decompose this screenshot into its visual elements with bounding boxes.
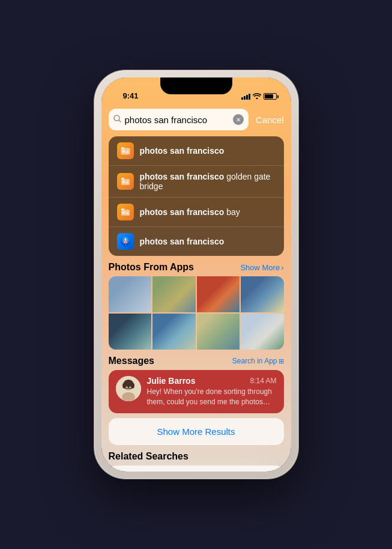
- message-sender: Julie Barros: [147, 376, 196, 386]
- message-body: Hey! When you're done sorting through th…: [147, 387, 277, 407]
- signal-icon: [241, 94, 250, 100]
- phone-inner: 9:41: [101, 77, 291, 472]
- messages-section: Messages Search in App ⊞: [101, 356, 291, 413]
- svg-rect-7: [121, 178, 124, 180]
- message-card[interactable]: Julie Barros 8:14 AM Hey! When you're do…: [109, 370, 284, 413]
- svg-rect-4: [121, 147, 124, 149]
- photos-section-header: Photos From Apps Show More ›: [109, 262, 284, 273]
- suggestion-item-1[interactable]: photos san francisco: [109, 136, 284, 166]
- photo-cell-5[interactable]: [109, 314, 152, 350]
- status-time: 9:41: [113, 91, 139, 100]
- suggestion-text-4: photos san francisco: [140, 237, 276, 246]
- suggestion-item-3[interactable]: photos san francisco bay: [109, 198, 284, 227]
- suggestion-text-1: photos san francisco: [140, 146, 276, 156]
- suggestions-list: photos san francisco: [109, 136, 284, 256]
- svg-point-22: [131, 383, 134, 389]
- message-header: Julie Barros 8:14 AM: [147, 376, 277, 386]
- cancel-button[interactable]: Cancel: [252, 115, 284, 125]
- battery-icon: [264, 93, 277, 100]
- svg-point-21: [122, 383, 126, 389]
- photos-from-apps-section: Photos From Apps Show More ›: [101, 262, 291, 350]
- svg-point-5: [122, 150, 125, 153]
- messages-section-title: Messages: [109, 356, 155, 366]
- photo-grid: [109, 276, 284, 350]
- related-searches-section: Related Searches ph: [101, 451, 291, 472]
- search-icon: [113, 115, 121, 124]
- photo-cell-7[interactable]: [197, 314, 240, 350]
- photo-cell-2[interactable]: [152, 276, 196, 312]
- photos-section-title: Photos From Apps: [109, 262, 194, 273]
- suggestion-text-3: photos san francisco bay: [140, 207, 276, 217]
- message-content: Julie Barros 8:14 AM Hey! When you're do…: [147, 376, 277, 407]
- related-searches-title: Related Searches: [109, 451, 284, 462]
- screen: 9:41: [101, 77, 291, 472]
- suggestion-item-4[interactable]: photos san francisco: [109, 227, 284, 256]
- show-more-results-button[interactable]: Show More Results: [109, 418, 284, 445]
- svg-point-8: [122, 181, 125, 184]
- related-search-item-1[interactable]: photos san francisco: [109, 466, 284, 472]
- photo-cell-4[interactable]: [241, 276, 284, 312]
- svg-rect-10: [121, 208, 124, 210]
- svg-line-1: [119, 120, 121, 122]
- search-clear-button[interactable]: ✕: [233, 114, 244, 125]
- content-area: photos san francisco ✕ Cancel: [101, 104, 291, 472]
- phone-frame: 9:41: [94, 70, 298, 479]
- search-in-app-button[interactable]: Search in App ⊞: [232, 357, 284, 365]
- safari-app-icon-1: [117, 233, 134, 250]
- message-time: 8:14 AM: [250, 377, 276, 385]
- photos-app-icon-2: [117, 173, 134, 190]
- photos-app-icon-1: [117, 142, 134, 159]
- photo-cell-3[interactable]: [197, 276, 240, 312]
- status-icons: [241, 93, 279, 100]
- search-bar[interactable]: photos san francisco ✕: [109, 109, 249, 130]
- photo-cell-8[interactable]: [241, 314, 284, 350]
- photo-cell-1[interactable]: [109, 276, 152, 312]
- show-more-photos-button[interactable]: Show More ›: [240, 263, 283, 272]
- photos-app-icon-3: [117, 204, 134, 220]
- messages-section-header: Messages Search in App ⊞: [109, 356, 284, 366]
- wifi-icon: [253, 93, 261, 100]
- svg-point-11: [122, 211, 125, 214]
- photo-cell-6[interactable]: [152, 314, 196, 350]
- search-query: photos san francisco: [125, 115, 229, 125]
- avatar: [116, 376, 141, 401]
- suggestion-text-2: photos san francisco golden gate bridge: [140, 172, 276, 191]
- search-in-app-icon: ⊞: [279, 357, 284, 365]
- search-bar-container: photos san francisco ✕ Cancel: [101, 104, 291, 135]
- suggestion-item-2[interactable]: photos san francisco golden gate bridge: [109, 166, 284, 198]
- notch: [160, 77, 232, 94]
